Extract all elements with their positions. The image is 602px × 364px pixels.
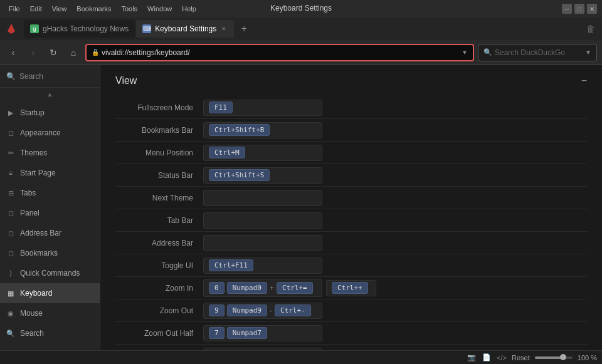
sidebar-item-tabs[interactable]: ⊟ Tabs — [0, 183, 100, 203]
row-zoom-out-half: Zoom Out Half 7 Numpad7 — [115, 322, 587, 345]
row-zoom-out: Zoom Out 9 Numpad9 - Ctrl+- — [115, 299, 587, 322]
shortcuts-fullscreen: F11 — [203, 100, 587, 116]
address-bar[interactable]: 🔒 vivaldi://settings/keyboard/ ▼ — [85, 44, 474, 61]
shortcut-cell-toggle-ui[interactable]: Ctrl+F11 — [203, 257, 322, 274]
sidebar-item-address-bar[interactable]: ◻ Address Bar — [0, 223, 100, 243]
startup-icon: ▶ — [6, 108, 15, 117]
sidebar-item-mouse[interactable]: ◉ Mouse — [0, 303, 100, 323]
maximize-button[interactable]: □ — [574, 4, 584, 14]
search-nav-icon: 🔍 — [6, 329, 15, 338]
shortcuts-menu-position: Ctrl+M — [203, 145, 587, 161]
shortcut-cell-address-bar[interactable] — [203, 235, 322, 251]
sidebar-search-label: Search — [19, 72, 43, 81]
kbd-numpad0: Numpad0 — [227, 282, 267, 294]
reset-button[interactable]: Reset — [512, 354, 530, 361]
sidebar-label-appearance: Appearance — [20, 128, 61, 137]
sidebar: 🔍 Search ▲ ▶ Startup ◻ Appearance ✏ Them… — [0, 65, 100, 364]
menu-bookmarks[interactable]: Bookmarks — [73, 4, 115, 14]
section-header: View − — [115, 75, 587, 86]
search-bar[interactable]: 🔍 Search DuckDuckGo ▼ — [478, 44, 597, 61]
menu-edit[interactable]: Edit — [26, 4, 46, 14]
menu-view[interactable]: View — [48, 4, 71, 14]
kbd-ctrl-m: Ctrl+M — [209, 147, 245, 159]
shortcuts-zoom-in: 0 Numpad0 + Ctrl+= Ctrl++ — [203, 279, 587, 297]
shortcuts-zoom-out-half: 7 Numpad7 — [203, 325, 587, 341]
shortcut-cell-zoom-in-2[interactable]: Ctrl++ — [326, 280, 376, 296]
sidebar-item-panel[interactable]: ◻ Panel — [0, 203, 100, 223]
sidebar-label-startup: Startup — [20, 108, 45, 117]
trash-icon[interactable]: 🗑 — [582, 20, 599, 38]
shortcut-cell-fullscreen[interactable]: F11 — [203, 100, 322, 116]
shortcuts-next-theme — [203, 190, 587, 206]
shortcut-cell-menu-position[interactable]: Ctrl+M — [203, 145, 322, 161]
label-address-bar: Address Bar — [115, 239, 203, 247]
sidebar-item-startup[interactable]: ▶ Startup — [0, 103, 100, 123]
new-tab-button[interactable]: + — [235, 20, 253, 38]
tab-keyboard-settings[interactable]: ⌨ Keyboard Settings ✕ — [136, 20, 234, 38]
row-menu-position: Menu Position Ctrl+M — [115, 142, 587, 164]
back-button[interactable]: ‹ — [5, 44, 21, 61]
window-title: Keyboard Settings — [270, 4, 332, 13]
tab-label-ghacks: gHacks Technology News — [43, 24, 129, 33]
shortcut-cell-zoom-out-half[interactable]: 7 Numpad7 — [203, 325, 322, 341]
page-icon[interactable]: 📄 — [482, 353, 492, 363]
sidebar-item-quick-commands[interactable]: ⟩ Quick Commands — [0, 263, 100, 283]
search-dropdown-icon[interactable]: ▼ — [585, 49, 591, 56]
slider-thumb[interactable] — [560, 354, 566, 360]
row-toggle-ui: Toggle UI Ctrl+F11 — [115, 254, 587, 277]
shortcut-cell-next-theme[interactable] — [203, 190, 322, 206]
sidebar-label-quick-commands: Quick Commands — [20, 269, 80, 278]
collapse-button[interactable]: − — [581, 75, 587, 86]
search-placeholder-text: Search DuckDuckGo — [495, 48, 583, 57]
row-status-bar: Status Bar Ctrl+Shift+S — [115, 164, 587, 187]
menu-window[interactable]: Window — [144, 4, 176, 14]
quick-commands-icon: ⟩ — [6, 269, 15, 278]
url-display: vivaldi://settings/keyboard/ — [102, 48, 459, 57]
shortcut-cell-tab-bar[interactable] — [203, 212, 322, 229]
shortcut-cell-zoom-out[interactable]: 9 Numpad9 - Ctrl+- — [203, 303, 322, 319]
sidebar-scroll-up[interactable]: ▲ — [0, 88, 100, 100]
label-zoom-out-half: Zoom Out Half — [115, 329, 203, 338]
menu-tools[interactable]: Tools — [117, 4, 141, 14]
kbd-ctrl-minus: Ctrl+- — [275, 304, 311, 316]
panel-icon: ◻ — [6, 209, 15, 217]
shortcut-cell-status-bar[interactable]: Ctrl+Shift+S — [203, 167, 322, 184]
shortcut-cell-zoom-in-1[interactable]: 0 Numpad0 + Ctrl+= — [203, 279, 322, 297]
shortcut-cell-bookmarks-bar[interactable]: Ctrl+Shift+B — [203, 122, 322, 138]
minimize-button[interactable]: ─ — [562, 4, 572, 14]
close-button[interactable]: ✕ — [587, 4, 597, 14]
row-fullscreen: Fullscreen Mode F11 — [115, 96, 587, 119]
shortcuts-bookmarks-bar: Ctrl+Shift+B — [203, 122, 587, 138]
slider-track — [535, 356, 573, 359]
sidebar-item-start-page[interactable]: ≡ Start Page — [0, 163, 100, 183]
tab-close-keyboard[interactable]: ✕ — [220, 25, 228, 33]
sidebar-item-search[interactable]: 🔍 Search — [0, 323, 100, 343]
sidebar-item-bookmarks[interactable]: ◻ Bookmarks — [0, 243, 100, 263]
keyboard-icon: ▦ — [6, 289, 15, 298]
window-controls: ─ □ ✕ — [562, 4, 597, 14]
label-menu-position: Menu Position — [115, 148, 203, 157]
sidebar-search-bar[interactable]: 🔍 Search — [0, 65, 100, 88]
reload-button[interactable]: ↻ — [45, 44, 61, 61]
shortcuts-zoom-out: 9 Numpad9 - Ctrl+- — [203, 303, 587, 319]
address-dropdown-icon[interactable]: ▼ — [462, 49, 468, 56]
sidebar-item-appearance[interactable]: ◻ Appearance — [0, 123, 100, 143]
sidebar-item-themes[interactable]: ✏ Themes — [0, 143, 100, 163]
sidebar-label-start-page: Start Page — [20, 169, 56, 177]
bookmarks-icon: ◻ — [6, 249, 15, 257]
menu-file[interactable]: File — [5, 4, 24, 14]
zoom-slider[interactable] — [535, 356, 573, 359]
home-button[interactable]: ⌂ — [65, 44, 82, 61]
forward-button[interactable]: › — [25, 44, 41, 61]
vivaldi-logo — [3, 20, 20, 38]
tab-ghacks[interactable]: g gHacks Technology News — [24, 20, 135, 38]
keyboard-shortcuts-table: Fullscreen Mode F11 Bookmarks Bar Ctrl+S… — [115, 96, 587, 364]
sidebar-item-keyboard[interactable]: ▦ Keyboard — [0, 283, 100, 303]
content-area: View − Fullscreen Mode F11 Bookmarks Bar… — [100, 65, 602, 364]
sidebar-label-bookmarks: Bookmarks — [20, 249, 58, 257]
code-icon[interactable]: </> — [497, 353, 507, 363]
kbd-9: 9 — [209, 304, 224, 316]
camera-icon[interactable]: 📷 — [467, 353, 477, 363]
row-next-theme: Next Theme — [115, 187, 587, 209]
menu-help[interactable]: Help — [178, 4, 200, 14]
